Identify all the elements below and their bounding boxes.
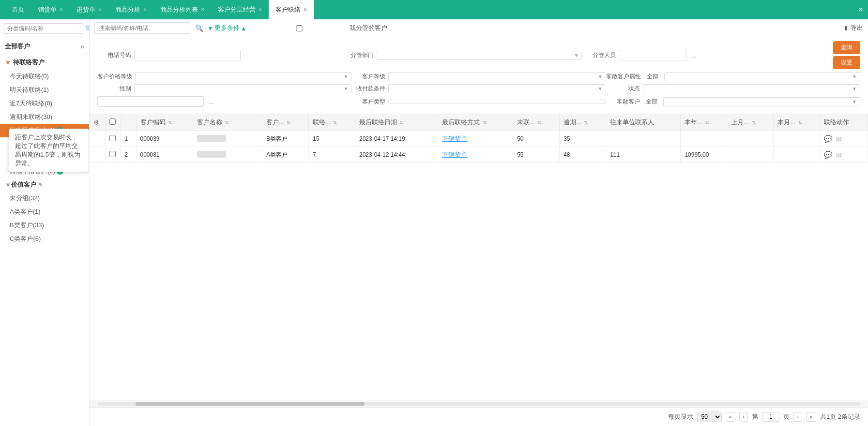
- th-last-contact-method[interactable]: 最后联络方式 ⇅: [438, 114, 513, 131]
- retail-attr-select[interactable]: ▼: [664, 72, 860, 81]
- method-link-1[interactable]: 下销货单: [442, 135, 467, 142]
- nav-close-customer-layer[interactable]: ×: [259, 6, 262, 13]
- action-icon-link-2[interactable]: ⊞: [836, 151, 842, 159]
- th-this-year[interactable]: 本年... ⇅: [681, 114, 727, 131]
- branch-dept-select[interactable]: ▼: [377, 51, 582, 60]
- td-index-2: 2: [121, 147, 136, 163]
- td-not-contact-2: 55: [513, 147, 560, 163]
- th-type[interactable]: 客户... ⇅: [262, 114, 308, 131]
- advanced-filter-panel: 电话号码 分管部门 ▼ 分管人员 ... 查询 设置: [90, 37, 868, 114]
- sort-icon-name: ⇅: [225, 120, 228, 125]
- th-overdue[interactable]: 逾期... ⇅: [560, 114, 606, 131]
- sort-icon-date: ⇅: [399, 120, 403, 125]
- nav-product-analysis[interactable]: 商品分析 ×: [108, 0, 153, 19]
- sidebar-item-7days[interactable]: 近7天待联络(0): [0, 97, 89, 110]
- nav-close-product[interactable]: ×: [143, 6, 147, 13]
- dots-icon-1[interactable]: ...: [689, 52, 699, 59]
- search-input[interactable]: [94, 22, 191, 34]
- prev-page-button[interactable]: ‹: [739, 412, 748, 422]
- nav-sales-order[interactable]: 销货单 ×: [31, 0, 70, 19]
- nav-close-purchase[interactable]: ×: [98, 6, 102, 13]
- th-last-contact-date[interactable]: 最后联络日期 ⇅: [355, 114, 438, 131]
- customer-level-select[interactable]: ▼: [388, 72, 606, 81]
- phone-input[interactable]: [134, 50, 241, 60]
- td-last-method-1[interactable]: 下销货单: [438, 131, 513, 147]
- edit-icon-value[interactable]: ✎: [38, 182, 43, 188]
- row-checkbox-1[interactable]: [109, 135, 116, 141]
- adv-row-3: 性别 ▼ 收付款条件 ▼ 状态: [97, 84, 860, 93]
- sort-icon-overdue: ⇅: [584, 120, 588, 125]
- td-type-2: A类客户: [262, 147, 308, 163]
- settings-button[interactable]: 设置: [833, 56, 860, 69]
- gender-select[interactable]: ▼: [134, 84, 351, 93]
- customer-type-select[interactable]: [388, 100, 606, 103]
- export-button[interactable]: ⬆ 导出: [843, 24, 863, 32]
- th-this-month[interactable]: 本月... ⇅: [774, 114, 820, 131]
- sidebar-search-icon[interactable]: 🔍: [85, 25, 90, 32]
- next-page-button[interactable]: ›: [793, 412, 802, 422]
- td-last-method-2[interactable]: 下销货单: [438, 147, 513, 163]
- page-input[interactable]: [762, 412, 779, 422]
- th-gear[interactable]: ⚙: [90, 114, 105, 131]
- th-name[interactable]: 客户名称 ⇅: [193, 114, 262, 131]
- sidebar-item-overdue[interactable]: 逾期未联络(30): [0, 110, 89, 124]
- nav-close-product-list[interactable]: ×: [201, 6, 204, 13]
- sidebar-group-value[interactable]: ▼ 价值客户 ✎: [0, 178, 89, 191]
- th-contact[interactable]: 联络... ⇅: [308, 114, 355, 131]
- nav-customer-layer[interactable]: 客户分层经营 ×: [211, 0, 269, 19]
- branch-person-input[interactable]: [619, 50, 686, 60]
- retail-customer-select[interactable]: ▼: [663, 97, 860, 106]
- td-last-month-2: [727, 147, 774, 163]
- nav-product-analysis-list[interactable]: 商品分析列表 ×: [153, 0, 211, 19]
- sidebar-item-today[interactable]: 今天待联络(0): [0, 70, 89, 83]
- search-button[interactable]: 🔍: [195, 24, 203, 32]
- row-checkbox-2[interactable]: [109, 151, 116, 157]
- sidebar-item-unclassified[interactable]: 未分组(32): [0, 191, 89, 205]
- scrollbar-track[interactable]: [97, 402, 860, 406]
- action-icon-chat-1[interactable]: 💬: [824, 135, 832, 143]
- th-not-contact[interactable]: 未联... ⇅: [513, 114, 560, 131]
- method-link-2[interactable]: 下销货单: [442, 151, 467, 158]
- adv-cell-branch-dept: 分管部门 ▼: [340, 51, 582, 60]
- scrollbar-thumb[interactable]: [136, 402, 365, 406]
- window-close-button[interactable]: ×: [858, 5, 863, 14]
- per-page-select[interactable]: 50 20 100: [697, 411, 722, 422]
- sidebar-search-input[interactable]: [4, 23, 83, 34]
- nav-home[interactable]: 首页: [5, 0, 31, 19]
- nav-customer-contact[interactable]: 客户联络 ×: [269, 0, 314, 19]
- nav-close-customer-contact[interactable]: ×: [304, 6, 307, 13]
- query-button[interactable]: 查询: [833, 41, 860, 54]
- sidebar-item-b-class[interactable]: B类客户(33): [0, 219, 89, 232]
- extra-input[interactable]: [97, 96, 204, 107]
- nav-purchase-order[interactable]: 进货单 ×: [70, 0, 108, 19]
- sidebar-collapse-icon[interactable]: »: [80, 43, 84, 50]
- price-level-select[interactable]: ▼: [135, 72, 351, 81]
- query-btn-group: 查询 设置: [829, 41, 860, 69]
- td-not-contact-1: 50: [513, 131, 560, 147]
- sidebar-search-area: 🔍: [0, 19, 89, 38]
- action-icon-chat-2[interactable]: 💬: [824, 151, 832, 159]
- nav-close-sales[interactable]: ×: [60, 6, 63, 13]
- payment-select[interactable]: ▼: [388, 84, 606, 93]
- chevron-down-icon-8: ▼: [852, 99, 857, 104]
- my-customers-checkbox[interactable]: [251, 25, 348, 31]
- first-page-button[interactable]: «: [726, 412, 736, 422]
- sidebar-item-c-class[interactable]: C类客户(6): [0, 232, 89, 246]
- select-all-checkbox[interactable]: [109, 118, 116, 125]
- sidebar-item-tomorrow[interactable]: 明天待联络(1): [0, 83, 89, 97]
- action-icon-link-1[interactable]: ⊞: [836, 135, 842, 143]
- td-code-2: 000031: [136, 147, 193, 163]
- th-code[interactable]: 客户编码 ⇅: [136, 114, 193, 131]
- adv-cell-phone: 电话号码: [97, 50, 340, 60]
- th-unit-contact[interactable]: 往来单位联系人: [606, 114, 681, 131]
- th-last-month[interactable]: 上月... ⇅: [727, 114, 774, 131]
- sidebar-all-customers-header[interactable]: 全部客户 »: [0, 38, 89, 55]
- chevron-down-icon-6: ▼: [598, 86, 603, 91]
- sidebar-item-a-class[interactable]: A类客户(1): [0, 205, 89, 219]
- last-page-button[interactable]: »: [806, 412, 816, 422]
- more-conditions-button[interactable]: ▼ 更多条件 ▲: [207, 24, 247, 32]
- sidebar-group-pending[interactable]: ▼ 待联络客户: [0, 55, 89, 70]
- gear-icon[interactable]: ⚙: [93, 119, 99, 126]
- status-select[interactable]: ▼: [643, 84, 860, 93]
- dots-icon-2[interactable]: ...: [207, 98, 216, 105]
